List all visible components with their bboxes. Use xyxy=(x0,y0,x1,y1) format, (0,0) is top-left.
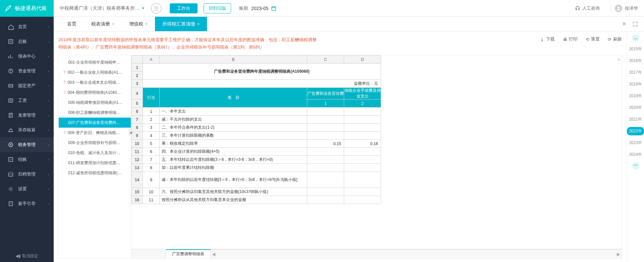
calendar-icon[interactable] xyxy=(271,6,276,11)
year-up-button[interactable]: ︽ xyxy=(632,34,639,42)
year-item-7[interactable]: 2022年 xyxy=(627,127,644,135)
row-header[interactable]: 4 xyxy=(131,88,143,100)
nav-item-4[interactable]: 固定资产› xyxy=(0,78,54,93)
form-item-8[interactable]: 009-企业所得税弥补亏损明… xyxy=(59,138,131,148)
fullscreen-button[interactable] xyxy=(631,19,640,29)
row-header[interactable]: 10 xyxy=(131,140,143,148)
nav-item-12[interactable]: 新手引导› xyxy=(0,196,54,211)
tab-0[interactable]: 首页 xyxy=(60,17,84,31)
item-cell[interactable]: 减：本年扣除的以前年度结转额[3＞6，本行=0；3≤6，本行=8与(6-3)孰小… xyxy=(160,172,307,188)
row-header[interactable]: 12 xyxy=(131,156,143,164)
value-cell-c[interactable] xyxy=(307,124,344,132)
value-cell-c[interactable] xyxy=(307,164,344,172)
item-cell[interactable]: 四、本企业计算的扣除限额(4×5) xyxy=(160,148,307,156)
item-cell[interactable]: 减：不允许扣除的支出 xyxy=(160,116,307,124)
row-header[interactable]: 1 xyxy=(131,64,143,72)
year-item-0[interactable]: 2015年 xyxy=(627,45,644,53)
seq-cell[interactable]: 5 xyxy=(143,140,160,148)
close-icon[interactable]: × xyxy=(197,22,200,26)
nav-item-8[interactable]: 税务管理› xyxy=(0,137,54,152)
seq-cell[interactable]: 8 xyxy=(143,164,160,172)
seq-cell[interactable]: 7 xyxy=(143,156,160,164)
seq-cell[interactable]: 10 xyxy=(143,188,160,196)
workbench-button[interactable]: 工作台 xyxy=(170,3,198,13)
col-header[interactable]: C xyxy=(307,56,344,64)
form-item-3[interactable]: ?004-期间费用明细表(A1040… xyxy=(59,87,131,97)
seq-cell[interactable]: 1 xyxy=(143,108,160,116)
value-cell-d[interactable] xyxy=(344,156,381,164)
year-item-1[interactable]: 2016年 xyxy=(627,57,644,65)
value-cell-d[interactable] xyxy=(344,116,381,124)
row-header[interactable]: 6 xyxy=(131,108,143,116)
col-header[interactable]: D xyxy=(344,56,381,64)
row-header[interactable]: 2 xyxy=(131,72,143,80)
value-cell-d[interactable] xyxy=(344,148,381,156)
row-header[interactable]: 13 xyxy=(131,164,143,172)
value-cell-c[interactable]: 0.15 xyxy=(307,140,344,148)
tab-3[interactable]: 所得税汇算清缴× xyxy=(155,17,207,31)
item-cell[interactable]: 一、本年支出 xyxy=(160,108,307,116)
nav-item-5[interactable]: 工资› xyxy=(0,93,54,108)
year-item-3[interactable]: 2018年 xyxy=(627,80,644,88)
year-item-4[interactable]: 2019年 xyxy=(627,92,644,100)
item-cell[interactable]: 乘：税收规定扣除率 xyxy=(160,140,307,148)
form-item-5[interactable]: 006-职工薪酬纳税调整明细… xyxy=(59,108,131,118)
value-cell-d[interactable] xyxy=(344,108,381,116)
form-item-0[interactable]: 001-企业所得税年度纳税申… xyxy=(59,57,131,67)
expand-sheet-button[interactable]: » xyxy=(618,57,620,62)
value-cell-c[interactable] xyxy=(307,116,344,124)
download-button[interactable]: ⭳下载 xyxy=(540,36,555,42)
row-header[interactable]: 5 xyxy=(131,100,143,108)
seq-cell[interactable]: 4 xyxy=(143,132,160,140)
value-cell-d[interactable] xyxy=(344,124,381,132)
item-cell[interactable]: 二、本年符合条件的支出(1-2) xyxy=(160,124,307,132)
row-header[interactable]: 14 xyxy=(131,172,143,188)
nav-item-9[interactable]: 结账› xyxy=(0,152,54,167)
value-cell-d[interactable]: 0.18 xyxy=(344,140,381,148)
item-cell[interactable]: 三、本年计算扣除限额的基数 xyxy=(160,132,307,140)
close-all-button[interactable]: ✕ xyxy=(619,19,629,29)
form-item-4[interactable]: 005-纳税调整项目明细表(A1… xyxy=(59,97,131,108)
form-item-9[interactable]: 010-免税、减计收入及加计… xyxy=(59,148,131,158)
refresh-button[interactable]: ⟳刷新 xyxy=(608,36,622,42)
value-cell-c[interactable] xyxy=(307,172,344,188)
nav-item-1[interactable]: 总账› xyxy=(0,34,54,49)
nav-item-6[interactable]: 发票管理› xyxy=(0,108,54,123)
seq-cell[interactable]: 3 xyxy=(143,124,160,132)
pin-toggle[interactable]: ◀▮ 取消固定 xyxy=(0,250,54,262)
form-item-11[interactable]: 012-减免所得税优惠明细表(… xyxy=(59,168,131,178)
user-menu[interactable]: 徐泽华 xyxy=(615,5,638,12)
value-cell-d[interactable] xyxy=(344,132,381,140)
seq-cell[interactable]: 2 xyxy=(143,116,160,124)
seq-cell[interactable]: 9 xyxy=(143,172,160,188)
scroll-left-icon[interactable]: ◀ xyxy=(211,252,217,257)
sheet-tab[interactable]: 广宣费调整明细表 xyxy=(166,249,211,258)
tab-1[interactable]: 税表清册× xyxy=(84,17,122,31)
item-cell[interactable]: 按照分摊协议从其他关联方归集至本企业的金额 xyxy=(160,196,307,204)
year-item-2[interactable]: 2017年 xyxy=(627,68,644,77)
close-icon[interactable]: × xyxy=(145,22,148,26)
value-cell-c[interactable] xyxy=(307,132,344,140)
seq-cell[interactable]: 11 xyxy=(143,196,160,204)
year-down-button[interactable]: ︾ xyxy=(632,162,639,170)
row-header[interactable]: 15 xyxy=(131,188,143,196)
value-cell-c[interactable] xyxy=(307,196,344,204)
nav-item-7[interactable]: 库存核算› xyxy=(0,123,54,137)
scroll-right-icon[interactable]: ▶ xyxy=(615,252,622,257)
value-cell-d[interactable] xyxy=(344,188,381,196)
year-item-8[interactable]: 2023年 xyxy=(627,139,644,147)
value-cell-d[interactable] xyxy=(344,196,381,204)
collapse-left-button[interactable]: ◀ xyxy=(128,129,133,136)
row-header[interactable]: 7 xyxy=(131,116,143,124)
spreadsheet[interactable]: A B C D 1 广告费和业务宣传费跨年度纳税调整明细表(A105060) 2 xyxy=(131,55,622,249)
form-item-10[interactable]: 011-研发费用加计扣除优惠… xyxy=(59,158,131,168)
row-header[interactable]: 16 xyxy=(131,196,143,204)
print-button[interactable]: 🖶打印 xyxy=(563,36,578,42)
nav-item-2[interactable]: 报表中心› xyxy=(0,49,54,64)
nav-item-11[interactable]: 设置› xyxy=(0,182,54,196)
close-icon[interactable]: × xyxy=(112,22,114,26)
form-item-1[interactable]: ?002-一般企业收入明细表(A1… xyxy=(59,67,131,77)
tab-2[interactable]: 增值税× xyxy=(122,17,155,31)
value-cell-d[interactable] xyxy=(344,172,381,188)
value-cell-c[interactable] xyxy=(307,148,344,156)
